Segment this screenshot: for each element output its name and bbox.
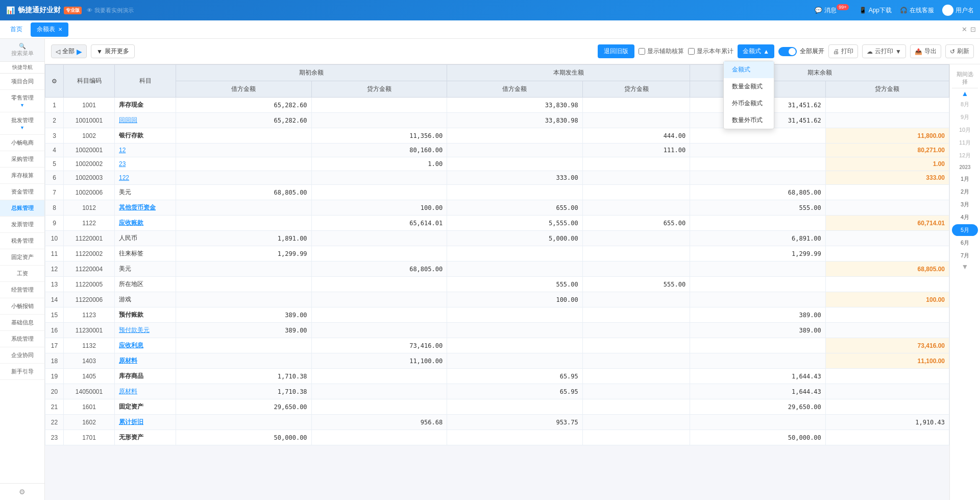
table-container[interactable]: ⚙ 科目编码 科目 期初余额 本期发生额 期末余额 借方金额 贷方金额 借方金额…: [45, 64, 949, 500]
helper-checkbox[interactable]: [639, 48, 645, 55]
dropdown-item-qty-amount[interactable]: 数量金额式: [724, 78, 774, 95]
mode-btn[interactable]: 金额式 ▲: [738, 44, 774, 58]
row-no: 10: [45, 231, 64, 246]
nav-label: 快捷导航: [3, 64, 41, 71]
th-settings[interactable]: ⚙: [45, 65, 64, 98]
switch-track[interactable]: [778, 47, 797, 56]
row-opening-debit: 1,710.38: [176, 384, 312, 399]
sidebar-item-tax[interactable]: 税务管理: [0, 233, 44, 249]
top-header: 📊 畅捷通好业财 专业版 👁 我要看实例演示 💬 消息 99+ 📱 App下载 …: [0, 0, 980, 20]
refresh-btn[interactable]: ↺ 刷新: [945, 44, 974, 58]
subject-link[interactable]: 12: [119, 147, 126, 154]
sidebar-item-fixed-assets[interactable]: 固定资产: [0, 249, 44, 266]
sidebar-item-payroll[interactable]: 工资: [0, 266, 44, 282]
tab-bar-actions: ✕ ⊡: [962, 26, 976, 33]
sidebar-item-ledger[interactable]: 总账管理: [0, 200, 44, 217]
tab-close-icon[interactable]: ✕: [58, 27, 62, 32]
cloud-print-btn[interactable]: ☁ 云打印 ▼: [862, 44, 906, 58]
subject-link[interactable]: 其他货币资金: [119, 204, 156, 211]
sidebar-item-project[interactable]: 项目合同: [0, 74, 44, 90]
sidebar-item-inventory[interactable]: 库存核算: [0, 168, 44, 184]
tab-balance[interactable]: 余额表 ✕: [31, 22, 68, 37]
row-opening-credit: 956.68: [311, 415, 447, 430]
chevron-down-icon: ▼: [96, 48, 103, 55]
period-up-arrow[interactable]: ▲: [962, 89, 969, 98]
subject-link[interactable]: 23: [119, 160, 126, 168]
breadcrumb-all[interactable]: ◁ 全部 ▶: [51, 44, 87, 58]
month-feb[interactable]: 2月: [952, 186, 978, 198]
table-row: 19 1405 库存商品 1,710.38 65.95 1,644.43: [45, 369, 949, 384]
print-btn[interactable]: 🖨 打印: [828, 44, 858, 58]
dropdown-item-qty-foreign[interactable]: 数量外币式: [724, 112, 774, 129]
row-no: 13: [45, 277, 64, 292]
row-code: 1122: [64, 216, 115, 231]
sidebar-item-basic-info[interactable]: 基础信息: [0, 315, 44, 331]
month-mar[interactable]: 3月: [952, 199, 978, 210]
row-code: 11220004: [64, 261, 115, 277]
row-period-credit: [582, 338, 690, 353]
sidebar-settings-btn[interactable]: ⚙: [0, 483, 44, 500]
sidebar-item-guide[interactable]: 新手引导: [0, 364, 44, 380]
sidebar-item-retail[interactable]: 零售管理 ▼: [0, 90, 44, 112]
sidebar-item-cooperation[interactable]: 企业协同: [0, 347, 44, 364]
row-opening-debit: 1,299.99: [176, 246, 312, 261]
row-opening-debit: [176, 277, 312, 292]
row-subject: 原材料: [115, 384, 176, 399]
online-service-action[interactable]: 🎧 在线客服: [900, 6, 934, 15]
return-old-btn[interactable]: 退回旧版: [598, 44, 634, 58]
month-jan[interactable]: 1月: [952, 173, 978, 185]
row-closing-credit: [825, 185, 949, 200]
month-jun[interactable]: 6月: [952, 237, 978, 249]
sidebar-search[interactable]: 🔍 搜索菜单: [0, 39, 44, 62]
subject-link[interactable]: 回回回: [119, 116, 137, 124]
subject-link[interactable]: 122: [119, 174, 129, 181]
sidebar-item-ecommerce[interactable]: 小畅电商: [0, 135, 44, 151]
mode-dropdown: 金额式 数量金额式 外币金额式 数量外币式: [723, 61, 774, 129]
month-prev-3[interactable]: 10月: [952, 124, 978, 136]
export-btn[interactable]: 📤 导出: [910, 44, 941, 58]
subject-link[interactable]: 原材料: [119, 357, 137, 364]
row-opening-credit: [311, 231, 447, 246]
tab-action-max[interactable]: ⊡: [970, 26, 976, 33]
subject-link[interactable]: 原材料: [119, 388, 137, 395]
sidebar-item-invoice[interactable]: 发票管理: [0, 217, 44, 233]
sidebar-item-wholesale[interactable]: 批发管理 ▼: [0, 112, 44, 135]
month-jul[interactable]: 7月: [952, 250, 978, 261]
sidebar-quick-nav[interactable]: 快捷导航: [0, 62, 44, 74]
ytd-checkbox[interactable]: [688, 48, 695, 55]
user-action[interactable]: 用户名: [942, 5, 974, 16]
subject-link[interactable]: 应收利息: [119, 342, 143, 349]
subject-link[interactable]: 预付款美元: [119, 326, 150, 334]
sidebar-item-funds[interactable]: 资金管理: [0, 184, 44, 200]
row-code: 1002: [64, 128, 115, 144]
expand-more-btn[interactable]: ▼ 展开更多: [91, 44, 135, 58]
sidebar-item-purchase[interactable]: 采购管理: [0, 151, 44, 168]
month-prev-4[interactable]: 11月: [952, 137, 978, 149]
show-helper-check[interactable]: 显示辅助核算: [639, 47, 684, 56]
row-opening-debit: [176, 415, 312, 430]
message-action[interactable]: 💬 消息 99+: [815, 6, 850, 15]
sidebar-item-management[interactable]: 经营管理: [0, 282, 44, 298]
tab-action-close[interactable]: ✕: [962, 26, 967, 33]
sidebar-item-expense[interactable]: 小畅报销: [0, 298, 44, 315]
period-down-arrow[interactable]: ▼: [962, 263, 969, 271]
dropdown-item-amount[interactable]: 金额式: [724, 61, 774, 78]
month-prev-1[interactable]: 8月: [952, 99, 978, 110]
month-apr[interactable]: 4月: [952, 211, 978, 223]
show-ytd-check[interactable]: 显示本年累计: [688, 47, 733, 56]
demo-link[interactable]: 👁 我要看实例演示: [87, 7, 134, 14]
month-prev-5[interactable]: 12月: [952, 150, 978, 161]
dropdown-item-foreign-amount[interactable]: 外币金额式: [724, 95, 774, 112]
row-opening-credit: [311, 171, 447, 185]
tab-home[interactable]: 首页: [4, 22, 29, 37]
expand-all-toggle[interactable]: 全部展开: [778, 47, 824, 56]
app-download-action[interactable]: 📱 App下载: [859, 6, 892, 15]
subject-link[interactable]: 累计折旧: [119, 418, 143, 425]
row-subject: 预付账款: [115, 307, 176, 323]
sidebar-item-system[interactable]: 系统管理: [0, 331, 44, 347]
subject-link[interactable]: 应收账款: [119, 219, 143, 226]
row-period-debit: 5,000.00: [447, 231, 583, 246]
month-prev-2[interactable]: 9月: [952, 111, 978, 123]
row-closing-debit: 1,299.99: [690, 246, 826, 261]
month-may[interactable]: 5月: [952, 224, 978, 236]
